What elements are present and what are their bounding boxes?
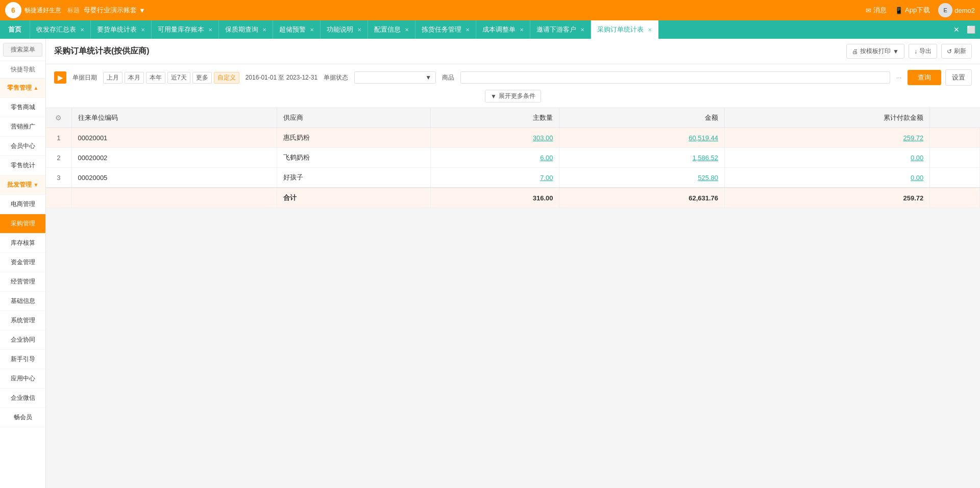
filter-toggle-btn[interactable]: ▶: [54, 71, 66, 84]
sidebar-item-finance[interactable]: 资金管理: [0, 253, 45, 272]
sidebar-item-system[interactable]: 系统管理: [0, 311, 45, 330]
workspace-arrow-icon: ▼: [139, 7, 145, 14]
date-quick-btns: 上月 本月 本年 近7天 更多 自定义: [103, 72, 239, 84]
message-btn[interactable]: ✉ 消息: [866, 6, 887, 15]
amount-link[interactable]: 1,586.52: [692, 154, 718, 162]
date-btn-last-month[interactable]: 上月: [103, 72, 122, 84]
refresh-button[interactable]: ↺ 刷新: [941, 44, 972, 59]
paid-link[interactable]: 259.72: [903, 134, 924, 142]
print-button[interactable]: 🖨 按模板打印 ▼: [846, 44, 904, 59]
paid-link[interactable]: 0.00: [911, 154, 923, 162]
sidebar-item-retail-stats[interactable]: 零售统计: [0, 156, 45, 175]
amount-link[interactable]: 525.80: [698, 174, 718, 182]
expand-more-btn[interactable]: ▼ 展开更多条件: [485, 90, 541, 102]
tab-gongneng[interactable]: 功能说明 ✕: [321, 20, 368, 39]
goods-input-more-icon[interactable]: ···: [896, 74, 901, 81]
app-download-label: App下载: [905, 6, 930, 15]
search-menu-btn[interactable]: 搜索菜单: [3, 43, 42, 57]
row-empty: [930, 128, 980, 148]
close-icon[interactable]: ✕: [208, 27, 212, 33]
close-icon[interactable]: ✕: [310, 27, 314, 33]
main-layout: 搜索菜单 快捷导航 零售管理 ▲ 零售商城 营销推广 会员中心 零售统计 批发管…: [0, 39, 980, 488]
custom-date-badge[interactable]: 自定义: [214, 72, 239, 84]
row-code: 00020001: [71, 128, 277, 148]
sidebar-item-operations[interactable]: 经营管理: [0, 272, 45, 292]
close-icon[interactable]: ✕: [520, 27, 524, 33]
close-icon[interactable]: ✕: [141, 27, 145, 33]
print-label: 按模板打印: [860, 47, 891, 56]
sidebar-item-enterprise-collab[interactable]: 企业协同: [0, 330, 45, 350]
breadcrumb: 标题: [67, 6, 80, 15]
expand-label: 展开更多条件: [499, 92, 535, 100]
export-button[interactable]: ↓ 导出: [909, 44, 937, 59]
sidebar-item-vip[interactable]: 畅会员: [0, 408, 45, 427]
sidebar-item-retail-mgmt[interactable]: 零售管理 ▲: [0, 79, 45, 98]
sidebar-item-basic-info[interactable]: 基础信息: [0, 292, 45, 311]
qty-link[interactable]: 303.00: [533, 134, 553, 142]
sidebar-item-purchase[interactable]: 采购管理: [0, 214, 45, 234]
avatar: E: [938, 3, 952, 17]
sidebar-item-member[interactable]: 会员中心: [0, 137, 45, 156]
tab-jianhuo[interactable]: 拣货任务管理 ✕: [415, 20, 476, 39]
close-icon[interactable]: ✕: [357, 27, 361, 33]
close-icon[interactable]: ✕: [580, 27, 584, 33]
workspace-selector[interactable]: 母婴行业演示账套 ▼: [84, 6, 145, 15]
th-amount: 金额: [559, 108, 725, 128]
qty-link[interactable]: 6.00: [540, 154, 553, 162]
app-download-btn[interactable]: 📱 App下载: [895, 6, 930, 15]
refresh-icon: ↺: [947, 48, 952, 55]
row-supplier: 飞鹤奶粉: [277, 148, 430, 168]
settings-button[interactable]: 设置: [945, 69, 972, 86]
sidebar-item-retail-mall[interactable]: 零售商城: [0, 98, 45, 117]
close-icon[interactable]: ✕: [465, 27, 470, 33]
footer-empty2: [71, 188, 277, 208]
tab-chengben[interactable]: 成本调整单 ✕: [476, 20, 530, 39]
tab-baozhi[interactable]: 保质期查询 ✕: [219, 20, 273, 39]
tab-home[interactable]: 首页: [0, 20, 30, 39]
goods-filter-label: 商品: [442, 73, 454, 82]
th-code: 往来单位编码: [71, 108, 277, 128]
qty-link[interactable]: 7.00: [540, 174, 553, 182]
tab-peizhi[interactable]: 配置信息 ✕: [368, 20, 415, 39]
sidebar-item-app-center[interactable]: 应用中心: [0, 369, 45, 389]
tab-chaochun[interactable]: 超储预警 ✕: [273, 20, 321, 39]
sidebar-search-section: 搜索菜单: [0, 39, 45, 61]
date-btn-this-month[interactable]: 本月: [125, 72, 144, 84]
tab-restore-control[interactable]: ⬜: [964, 22, 978, 37]
sidebar-item-ecommerce[interactable]: 电商管理: [0, 195, 45, 214]
th-empty: [930, 108, 980, 128]
date-btn-more[interactable]: 更多: [192, 72, 212, 84]
tab-shoufacun[interactable]: 收发存汇总表 ✕: [30, 20, 91, 39]
status-select-arrow-icon: ▼: [425, 74, 431, 81]
close-icon[interactable]: ✕: [262, 27, 266, 33]
tab-close-control[interactable]: ✕: [949, 22, 964, 37]
tab-keyong[interactable]: 可用量库存账本 ✕: [152, 20, 219, 39]
quick-nav-btn[interactable]: 快捷导航: [0, 61, 45, 79]
th-settings[interactable]: ⚙: [46, 108, 71, 128]
sidebar-item-enterprise-wechat[interactable]: 企业微信: [0, 389, 45, 408]
close-icon[interactable]: ✕: [648, 27, 652, 33]
row-paid: 259.72: [725, 128, 930, 148]
goods-search-input[interactable]: [460, 71, 890, 84]
sidebar-item-inventory[interactable]: 库存核算: [0, 234, 45, 253]
sidebar-item-wholesale-mgmt[interactable]: 批发管理 ▼: [0, 175, 45, 195]
sidebar-item-marketing[interactable]: 营销推广: [0, 117, 45, 137]
column-settings-icon[interactable]: ⚙: [55, 114, 62, 122]
tab-yaohuo[interactable]: 要货单统计表 ✕: [91, 20, 152, 39]
sidebar-item-new-guide[interactable]: 新手引导: [0, 350, 45, 369]
page-title: 采购订单统计表(按供应商): [54, 46, 150, 57]
user-area[interactable]: E demo2: [938, 3, 975, 17]
date-btn-this-year[interactable]: 本年: [146, 72, 165, 84]
query-button[interactable]: 查询: [908, 70, 941, 85]
tab-caigou-active[interactable]: 采购订单统计表 ✕: [591, 20, 658, 39]
message-icon: ✉: [866, 7, 871, 14]
amount-link[interactable]: 60,519.44: [689, 134, 718, 142]
tab-yaoqing[interactable]: 邀请下游客户 ✕: [530, 20, 591, 39]
status-select[interactable]: ▼: [354, 71, 436, 84]
paid-link[interactable]: 0.00: [911, 174, 923, 182]
close-icon[interactable]: ✕: [405, 27, 409, 33]
date-btn-7-days[interactable]: 近7天: [167, 72, 190, 84]
close-icon[interactable]: ✕: [80, 27, 84, 33]
export-label: 导出: [919, 47, 932, 56]
status-filter-label: 单据状态: [324, 73, 348, 82]
